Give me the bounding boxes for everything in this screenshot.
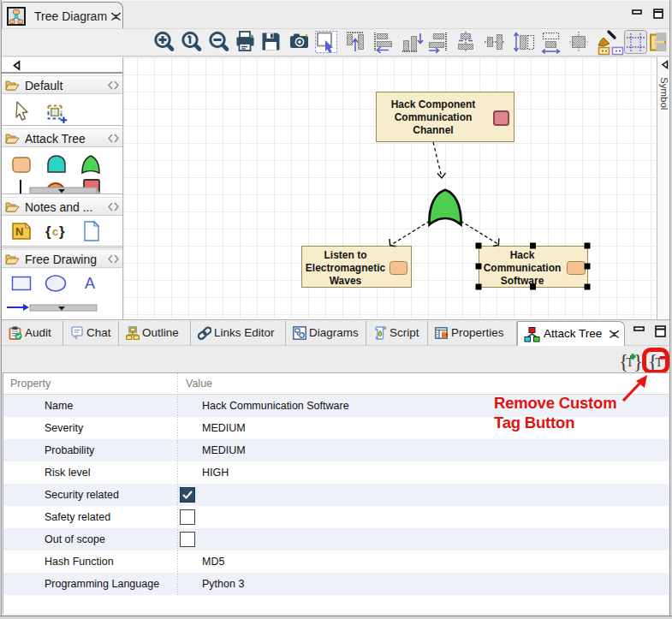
- svg-text:N: N: [15, 225, 23, 238]
- svg-text:}: }: [59, 223, 65, 240]
- svg-text:{: {: [45, 223, 51, 240]
- svg-text:c: c: [52, 225, 58, 238]
- svg-text:A: A: [85, 275, 95, 292]
